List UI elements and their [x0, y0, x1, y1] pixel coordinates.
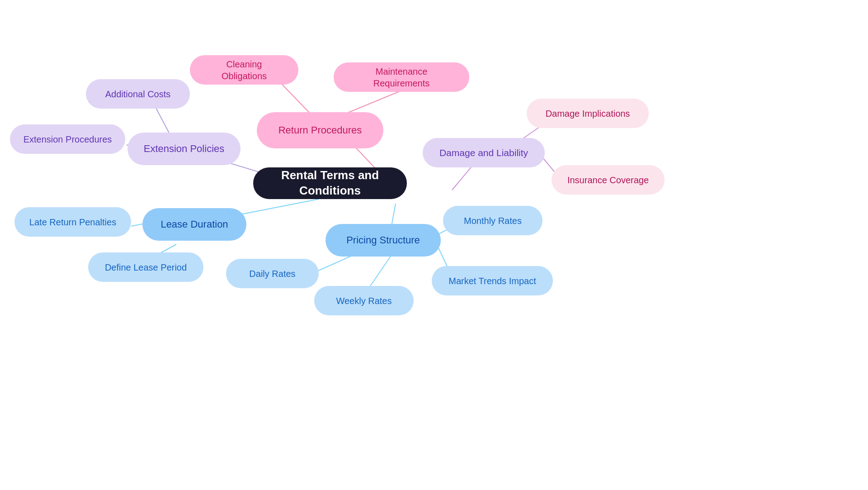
- market-trends-node: Market Trends Impact: [432, 266, 553, 295]
- svg-line-15: [368, 256, 391, 289]
- maintenance-requirements-node: Maintenance Requirements: [334, 62, 469, 92]
- insurance-coverage-node: Insurance Coverage: [552, 165, 665, 195]
- damage-liability-node: Damage and Liability: [423, 138, 545, 167]
- center-node: Rental Terms and Conditions: [253, 167, 407, 199]
- define-lease-period-node: Define Lease Period: [88, 252, 203, 282]
- pricing-structure-node: Pricing Structure: [326, 224, 441, 257]
- monthly-rates-node: Monthly Rates: [443, 206, 542, 235]
- damage-implications-node: Damage Implications: [527, 99, 649, 128]
- extension-procedures-node: Extension Procedures: [10, 124, 125, 154]
- extension-policies-node: Extension Policies: [127, 133, 241, 165]
- additional-costs-node: Additional Costs: [86, 79, 190, 109]
- daily-rates-node: Daily Rates: [226, 259, 319, 288]
- late-return-penalties-node: Late Return Penalties: [14, 207, 131, 237]
- weekly-rates-node: Weekly Rates: [314, 286, 414, 315]
- return-procedures-node: Return Procedures: [257, 112, 383, 148]
- lease-duration-node: Lease Duration: [142, 208, 246, 241]
- cleaning-obligations-node: Cleaning Obligations: [190, 55, 298, 85]
